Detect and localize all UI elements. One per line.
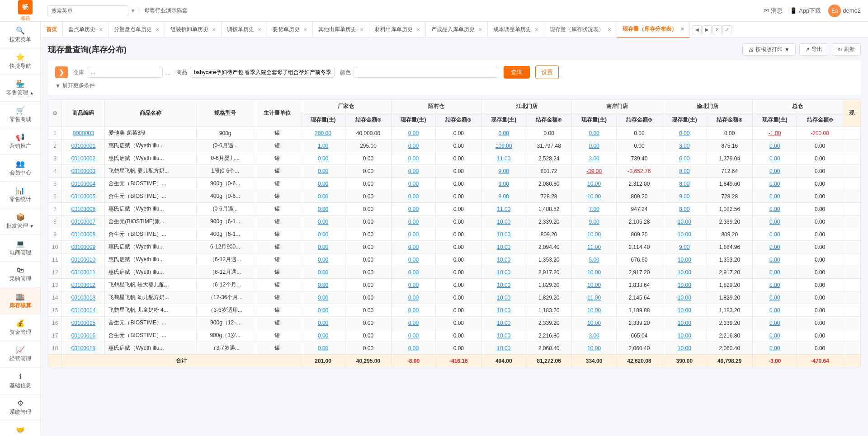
row-code[interactable]: 00100007 [62,216,105,228]
row-m-qty[interactable]: 0.00 [391,317,436,329]
close-icon[interactable]: ✕ [360,27,363,32]
export-btn[interactable]: ↗ 导出 [799,43,828,56]
row-code[interactable]: 00100002 [62,152,105,165]
row-na-qty[interactable]: 0.00 [572,140,617,152]
row-code[interactable]: 00100006 [62,203,105,216]
tab-prev-btn[interactable]: ◀ [693,25,702,34]
tab-stock-dist[interactable]: 现存量（库存分布表）✕ [617,22,690,38]
row-code[interactable]: 00100011 [62,266,105,279]
row-yb-qty[interactable]: 8.00 [662,178,707,190]
close-icon[interactable]: ✕ [303,27,307,32]
tab-inventory-check[interactable]: 盘点单历史✕ [63,22,108,38]
row-total-qty[interactable]: 0.00 [752,291,797,304]
row-m-qty[interactable]: 0.00 [391,127,436,140]
row-yb-qty[interactable]: 10.00 [662,216,707,228]
sidebar-item-nav[interactable]: ⭐快捷导航 [0,48,40,75]
row-jb-qty[interactable]: 9.00 [481,165,526,178]
sidebar-item-mall[interactable]: 🛒零售商城 [0,102,40,128]
row-f-qty[interactable]: 0.00 [301,228,345,241]
row-m-qty[interactable]: 0.00 [391,178,436,190]
row-jb-qty[interactable]: 11.00 [481,203,526,216]
row-jb-qty[interactable]: 10.00 [481,279,526,291]
row-yb-qty[interactable]: 10.00 [662,329,707,342]
row-yb-qty[interactable]: 9.00 [662,241,707,253]
row-total-qty[interactable]: 0.00 [752,279,797,291]
row-m-qty[interactable]: 0.00 [391,140,436,152]
row-jb-qty[interactable]: 10.00 [481,317,526,329]
goods-input[interactable] [190,67,335,78]
row-total-qty[interactable]: 0.00 [752,216,797,228]
row-yb-qty[interactable]: 6.00 [662,152,707,165]
sidebar-item-system[interactable]: ⚙系统管理 [0,394,40,421]
row-f-qty[interactable]: 200.00 [301,127,345,140]
tab-order[interactable]: 要货单历史✕ [267,22,313,38]
row-code[interactable]: 00100004 [62,178,105,190]
row-jb-qty[interactable]: 10.00 [481,253,526,266]
row-code[interactable]: 00100015 [62,317,105,329]
row-yb-qty[interactable]: 0.00 [662,127,707,140]
row-yb-qty[interactable]: 9.00 [662,190,707,203]
row-yb-qty[interactable]: 10.00 [662,342,707,355]
row-code[interactable]: 00100016 [62,329,105,342]
col-settings[interactable]: ⚙ [48,100,62,127]
row-jb-qty[interactable]: 10.00 [481,266,526,279]
row-total-qty[interactable]: 0.00 [752,203,797,216]
row-na-qty[interactable]: 10.00 [572,266,617,279]
row-m-qty[interactable]: 0.00 [391,241,436,253]
row-code[interactable]: 00100009 [62,241,105,253]
tab-assembly[interactable]: 组装拆卸单历史✕ [165,22,222,38]
close-icon[interactable]: ✕ [212,27,216,32]
row-total-qty[interactable]: 0.00 [752,253,797,266]
row-m-qty[interactable]: 0.00 [391,190,436,203]
tab-product-in[interactable]: 产成品入库单历史✕ [426,22,488,38]
close-icon[interactable]: ✕ [156,27,159,32]
sidebar-item-stats[interactable]: 📊零售统计 [0,182,40,208]
tab-material-out[interactable]: 材料出库单历史✕ [369,22,426,38]
refresh-btn[interactable]: ↻ 刷新 [832,43,861,56]
sidebar-item-collab[interactable]: 🤝企业协同 [0,421,40,436]
row-f-qty[interactable]: 0.00 [301,266,345,279]
row-m-qty[interactable]: 0.00 [391,228,436,241]
row-m-qty[interactable]: 0.00 [391,329,436,342]
settings-btn[interactable]: 设置 [535,66,559,79]
row-m-qty[interactable]: 0.00 [391,203,436,216]
row-f-qty[interactable]: 0.00 [301,291,345,304]
row-m-qty[interactable]: 0.00 [391,266,436,279]
row-m-qty[interactable]: 0.00 [391,304,436,317]
row-total-qty[interactable]: 0.00 [752,266,797,279]
row-code[interactable]: 00100003 [62,165,105,178]
row-total-qty[interactable]: 0.00 [752,178,797,190]
row-yb-qty[interactable]: 3.00 [662,140,707,152]
row-f-qty[interactable]: 0.00 [301,216,345,228]
row-na-qty[interactable]: 3.00 [572,152,617,165]
row-na-qty[interactable]: 11.00 [572,291,617,304]
row-yb-qty[interactable]: 10.00 [662,317,707,329]
close-icon[interactable]: ✕ [99,27,103,32]
row-code[interactable]: 00100005 [62,190,105,203]
row-total-qty[interactable]: 0.00 [752,165,797,178]
row-f-qty[interactable]: 0.00 [301,203,345,216]
color-input[interactable] [354,67,498,78]
row-f-qty[interactable]: 0.00 [301,253,345,266]
row-m-qty[interactable]: 0.00 [391,279,436,291]
warehouse-input[interactable] [87,67,163,78]
row-na-qty[interactable]: 5.00 [572,253,617,266]
row-code[interactable]: 00100013 [62,291,105,304]
row-code[interactable]: 00100008 [62,228,105,241]
row-f-qty[interactable]: 0.00 [301,329,345,342]
print-btn[interactable]: 🖨 按模版打印 ▼ [742,43,796,56]
row-na-qty[interactable]: 10.00 [572,317,617,329]
row-code[interactable]: 00100010 [62,253,105,266]
sidebar-item-retail[interactable]: 🏪零售管理 ▲ [0,75,40,102]
query-btn[interactable]: 查询 [504,66,530,79]
row-jb-qty[interactable]: 11.00 [481,152,526,165]
row-yb-qty[interactable]: 10.00 [662,304,707,317]
close-icon[interactable]: ✕ [416,27,420,32]
row-total-qty[interactable]: 0.00 [752,317,797,329]
row-yb-qty[interactable]: 10.00 [662,291,707,304]
row-jb-qty[interactable]: 10.00 [481,304,526,317]
row-yb-qty[interactable]: 8.00 [662,203,707,216]
row-total-qty[interactable]: 0.00 [752,152,797,165]
row-m-qty[interactable]: 0.00 [391,253,436,266]
row-total-qty[interactable]: 0.00 [752,190,797,203]
